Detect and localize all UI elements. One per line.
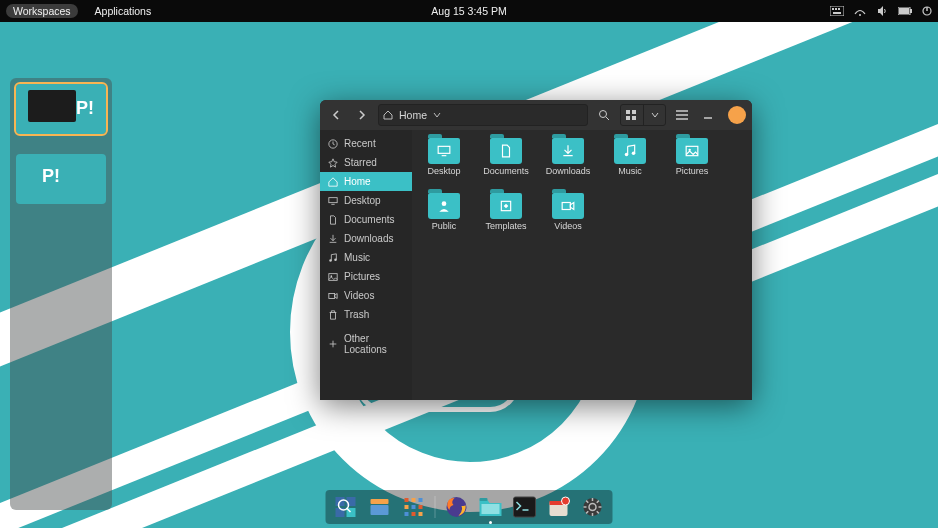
dock-item-workspaces[interactable] [332,493,360,521]
workspace-thumb-1[interactable]: P! [16,84,106,134]
dock-item-settings[interactable] [579,493,607,521]
svg-rect-14 [632,110,636,114]
sidebar-item-label: Trash [344,309,369,320]
sidebar-item-label: Pictures [344,271,380,282]
folder-label: Downloads [546,167,591,177]
dock-item-files[interactable] [477,493,505,521]
dock-item-terminal[interactable] [511,493,539,521]
svg-rect-3 [838,8,840,10]
star-icon [328,158,338,168]
close-button[interactable] [728,106,746,124]
plus-icon [328,339,338,349]
view-dropdown-button[interactable] [643,104,665,126]
sidebar-item-documents[interactable]: Documents [320,210,412,229]
folder-icon [552,138,584,164]
workspace-thumb-2[interactable]: P! [16,154,106,204]
svg-rect-7 [899,8,909,14]
folder-templates[interactable]: Templates [484,193,528,232]
svg-rect-1 [832,8,834,10]
sidebar-item-desktop[interactable]: Desktop [320,191,412,210]
pop-logo-icon: P! [42,166,60,187]
network-icon [854,5,866,17]
pop-logo-icon: P! [76,98,94,119]
svg-rect-29 [405,498,409,502]
view-toggle-button[interactable] [621,104,643,126]
folder-icon [428,193,460,219]
folder-public[interactable]: Public [422,193,466,232]
sidebar-item-label: Downloads [344,233,393,244]
sidebar: RecentStarredHomeDesktopDocumentsDownloa… [320,130,412,400]
forward-button[interactable] [352,104,372,126]
sidebar-item-music[interactable]: Music [320,248,412,267]
desktop-icon [328,196,338,206]
folder-videos[interactable]: Videos [546,193,590,232]
folder-icon [552,193,584,219]
sidebar-item-trash[interactable]: Trash [320,305,412,324]
folder-label: Music [618,167,642,177]
folder-icon [428,138,460,164]
folder-view[interactable]: DesktopDocumentsDownloadsMusicPicturesPu… [412,130,752,400]
sidebar-item-pictures[interactable]: Pictures [320,267,412,286]
path-segment-home[interactable]: Home [399,109,427,121]
top-bar-left: Workspaces Applications [6,4,158,18]
svg-line-12 [606,117,609,120]
file-manager-body: RecentStarredHomeDesktopDocumentsDownloa… [320,130,752,400]
svg-rect-15 [626,116,630,120]
folder-icon [490,138,522,164]
svg-rect-28 [371,505,389,515]
sidebar-item-label: Other Locations [344,333,404,355]
folder-icon [614,138,646,164]
sidebar-item-recent[interactable]: Recent [320,134,412,153]
folder-label: Videos [554,222,581,232]
sidebar-item-home[interactable]: Home [320,172,412,191]
svg-rect-40 [480,498,488,501]
folder-label: Templates [485,222,526,232]
folder-pictures[interactable]: Pictures [670,138,714,177]
search-icon [598,109,610,121]
sidebar-item-label: Home [344,176,371,187]
folder-downloads[interactable]: Downloads [546,138,590,177]
minimize-button[interactable] [698,104,718,126]
file-manager-headerbar: Home [320,100,752,130]
svg-point-11 [600,111,607,118]
folder-label: Documents [483,167,529,177]
search-button[interactable] [594,104,614,126]
workspace-filler [16,224,106,504]
home-icon [328,177,338,187]
applications-button[interactable]: Applications [88,4,159,18]
music-icon [328,253,338,263]
svg-point-45 [562,497,570,505]
folder-documents[interactable]: Documents [484,138,528,177]
desktop: P! P! Home [0,22,938,528]
sidebar-item-label: Videos [344,290,374,301]
hamburger-menu-button[interactable] [672,104,692,126]
status-area[interactable] [830,5,932,17]
sidebar-item-label: Desktop [344,195,381,206]
back-button[interactable] [326,104,346,126]
folder-desktop[interactable]: Desktop [422,138,466,177]
download-icon [328,234,338,244]
sidebar-item-starred[interactable]: Starred [320,153,412,172]
view-controls [620,104,666,126]
file-manager-window: Home RecentStarredH [320,100,752,400]
svg-point-5 [859,14,861,16]
sidebar-item-videos[interactable]: Videos [320,286,412,305]
path-bar[interactable]: Home [378,104,588,126]
dock-item-applications[interactable] [366,493,394,521]
folder-music[interactable]: Music [608,138,652,177]
svg-rect-35 [405,512,409,516]
dock-item-launcher[interactable] [400,493,428,521]
chevron-down-icon [433,111,441,119]
dock-item-firefox[interactable] [443,493,471,521]
folder-label: Desktop [427,167,460,177]
workspaces-button[interactable]: Workspaces [6,4,78,18]
dock-item-pop-shop[interactable] [545,493,573,521]
sidebar-item-downloads[interactable]: Downloads [320,229,412,248]
sidebar-item-other-locations[interactable]: Other Locations [320,334,412,353]
sidebar-item-label: Recent [344,138,376,149]
sidebar-item-label: Starred [344,157,377,168]
clock[interactable]: Aug 15 3:45 PM [431,5,506,17]
sidebar-item-label: Documents [344,214,395,225]
svg-rect-41 [514,497,536,517]
video-icon [328,291,338,301]
